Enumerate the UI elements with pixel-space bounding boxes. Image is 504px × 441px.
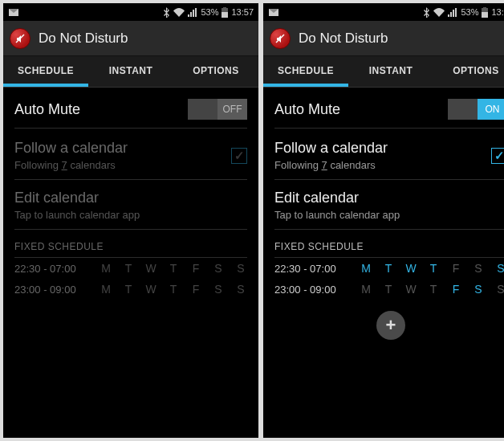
follow-calendar-sub: Following 7 calendars bbox=[274, 159, 491, 171]
day-cell[interactable]: S bbox=[472, 283, 485, 296]
app-icon bbox=[270, 28, 291, 49]
day-cell[interactable]: T bbox=[382, 262, 395, 275]
follow-calendar-row[interactable]: Follow a calendar Following 7 calendars bbox=[274, 129, 504, 180]
battery-text: 53% bbox=[201, 7, 218, 17]
schedule-list-right: 22:30 - 07:00MTWTFSS23:00 - 09:00MTWTFSS bbox=[274, 258, 504, 300]
follow-calendar-checkbox[interactable] bbox=[231, 148, 247, 164]
day-cell[interactable]: T bbox=[167, 262, 180, 275]
day-cell[interactable]: S bbox=[234, 262, 247, 275]
fixed-schedule-header: FIXED SCHEDULE bbox=[274, 230, 504, 258]
wifi-icon bbox=[433, 8, 445, 17]
automute-toggle[interactable]: ON bbox=[448, 99, 504, 120]
day-cell[interactable]: F bbox=[189, 283, 202, 296]
wifi-icon bbox=[173, 8, 185, 17]
day-cell[interactable]: S bbox=[212, 262, 225, 275]
svg-rect-3 bbox=[222, 12, 228, 18]
clock-text: 13:57 bbox=[231, 7, 254, 17]
bluetooth-icon bbox=[424, 7, 430, 18]
day-cell[interactable]: T bbox=[382, 283, 395, 296]
automute-label: Auto Mute bbox=[14, 101, 80, 118]
day-cell[interactable]: F bbox=[449, 262, 462, 275]
schedule-days: MTWTFSS bbox=[355, 283, 504, 296]
edit-calendar-row[interactable]: Edit calendar Tap to launch calendar app bbox=[14, 180, 247, 230]
day-cell[interactable]: F bbox=[449, 283, 462, 296]
automute-label: Auto Mute bbox=[274, 101, 340, 118]
edit-calendar-title: Edit calendar bbox=[274, 190, 504, 206]
schedule-time: 23:00 - 09:00 bbox=[14, 284, 95, 296]
signal-icon bbox=[188, 8, 197, 17]
day-cell[interactable]: S bbox=[494, 262, 504, 275]
action-bar: Do Not Disturb bbox=[263, 21, 504, 56]
svg-rect-9 bbox=[482, 12, 488, 18]
battery-icon bbox=[222, 7, 228, 18]
day-cell[interactable]: W bbox=[144, 283, 157, 296]
tab-instant[interactable]: INSTANT bbox=[88, 56, 173, 87]
svg-rect-4 bbox=[223, 7, 226, 8]
battery-icon bbox=[482, 7, 488, 18]
day-cell[interactable]: W bbox=[144, 262, 157, 275]
day-cell[interactable]: M bbox=[100, 283, 112, 296]
schedule-days: MTWTFSS bbox=[95, 262, 247, 275]
day-cell[interactable]: T bbox=[427, 262, 440, 275]
day-cell[interactable]: T bbox=[122, 283, 135, 296]
svg-rect-10 bbox=[483, 7, 486, 8]
add-schedule-button[interactable]: + bbox=[376, 311, 405, 340]
edit-calendar-row[interactable]: Edit calendar Tap to launch calendar app bbox=[274, 180, 504, 230]
tab-schedule[interactable]: SCHEDULE bbox=[3, 56, 88, 87]
app-icon bbox=[10, 28, 30, 49]
day-cell[interactable]: S bbox=[472, 262, 485, 275]
tab-options[interactable]: OPTIONS bbox=[173, 56, 258, 87]
day-cell[interactable]: T bbox=[122, 262, 135, 275]
content: Auto Mute ON Follow a calendar Following… bbox=[263, 88, 504, 438]
bluetooth-icon bbox=[164, 7, 170, 18]
edit-calendar-sub: Tap to launch calendar app bbox=[14, 209, 247, 221]
automute-toggle[interactable]: OFF bbox=[188, 99, 247, 120]
battery-text: 53% bbox=[461, 7, 478, 17]
day-cell[interactable]: W bbox=[404, 262, 417, 275]
day-cell[interactable]: S bbox=[494, 283, 504, 296]
tab-instant[interactable]: INSTANT bbox=[348, 56, 433, 87]
status-bar: 53% 13:57 bbox=[263, 3, 504, 21]
app-title: Do Not Disturb bbox=[299, 31, 388, 47]
phone-off-state: 53% 13:57 Do Not Disturb SCHEDULE INSTAN… bbox=[3, 3, 258, 438]
fixed-schedule-header: FIXED SCHEDULE bbox=[14, 230, 247, 258]
schedule-time: 22:30 - 07:00 bbox=[274, 263, 355, 275]
notification-icon bbox=[268, 7, 279, 17]
follow-calendar-checkbox[interactable] bbox=[491, 148, 504, 164]
follow-calendar-title: Follow a calendar bbox=[274, 140, 491, 157]
phone-on-state: 53% 13:57 Do Not Disturb SCHEDULE INSTAN… bbox=[263, 3, 504, 438]
schedule-time: 22:30 - 07:00 bbox=[14, 263, 95, 275]
day-cell[interactable]: T bbox=[427, 283, 440, 296]
day-cell[interactable]: S bbox=[234, 283, 247, 296]
follow-calendar-row[interactable]: Follow a calendar Following 7 calendars bbox=[14, 129, 247, 180]
schedule-row[interactable]: 23:00 - 09:00MTWTFSS bbox=[274, 279, 504, 300]
schedule-row[interactable]: 22:30 - 07:00MTWTFSS bbox=[274, 258, 504, 279]
automute-row[interactable]: Auto Mute OFF bbox=[14, 88, 247, 129]
action-bar: Do Not Disturb bbox=[3, 21, 258, 56]
toggle-knob-off: OFF bbox=[217, 99, 247, 120]
edit-calendar-title: Edit calendar bbox=[14, 190, 247, 206]
schedule-list-left: 22:30 - 07:00MTWTFSS23:00 - 09:00MTWTFSS bbox=[14, 258, 247, 300]
plus-icon: + bbox=[386, 315, 396, 336]
day-cell[interactable]: F bbox=[189, 262, 202, 275]
signal-icon bbox=[448, 8, 457, 17]
day-cell[interactable]: T bbox=[167, 283, 180, 296]
tab-schedule[interactable]: SCHEDULE bbox=[263, 56, 348, 87]
schedule-row[interactable]: 23:00 - 09:00MTWTFSS bbox=[14, 279, 247, 300]
schedule-row[interactable]: 22:30 - 07:00MTWTFSS bbox=[14, 258, 247, 279]
day-cell[interactable]: M bbox=[360, 262, 372, 275]
follow-calendar-title: Follow a calendar bbox=[14, 140, 231, 157]
app-title: Do Not Disturb bbox=[39, 31, 128, 47]
notification-icon bbox=[8, 7, 19, 17]
toggle-knob-on: ON bbox=[478, 99, 504, 120]
day-cell[interactable]: M bbox=[360, 283, 372, 296]
tab-options[interactable]: OPTIONS bbox=[433, 56, 504, 87]
edit-calendar-sub: Tap to launch calendar app bbox=[274, 209, 504, 221]
day-cell[interactable]: M bbox=[100, 262, 112, 275]
follow-calendar-sub: Following 7 calendars bbox=[14, 159, 231, 171]
schedule-time: 23:00 - 09:00 bbox=[274, 284, 355, 296]
day-cell[interactable]: W bbox=[404, 283, 417, 296]
day-cell[interactable]: S bbox=[212, 283, 225, 296]
automute-row[interactable]: Auto Mute ON bbox=[274, 88, 504, 129]
tabs: SCHEDULE INSTANT OPTIONS bbox=[263, 56, 504, 88]
